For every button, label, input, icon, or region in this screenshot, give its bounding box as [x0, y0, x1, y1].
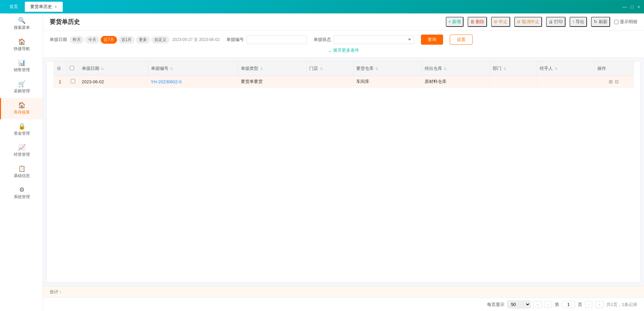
- stop-button[interactable]: ⊘ 中止: [491, 17, 510, 27]
- date-btn-today[interactable]: 今天: [85, 36, 99, 44]
- expand-more-btn[interactable]: ⌄ 展开更多条件: [50, 47, 637, 53]
- col-dept[interactable]: 部门 ⇅: [490, 61, 537, 76]
- show-detail-label: 显示明细: [620, 19, 637, 25]
- col-req-warehouse[interactable]: 要货仓库 ⇅: [353, 61, 422, 76]
- col-doc-date-label: 单据日期: [82, 66, 99, 71]
- column-settings-btn[interactable]: ⚙: [56, 65, 62, 72]
- expand-chevron-icon: ⌄: [328, 48, 332, 53]
- tab-close-icon[interactable]: ×: [54, 5, 57, 9]
- sidebar-item-purchase-mgmt[interactable]: 🛒 采购管理: [0, 77, 43, 98]
- cell-doc-type: 要货单要货: [238, 76, 307, 88]
- query-button[interactable]: 查询: [421, 35, 443, 45]
- total-info: 共1页，1条记录: [606, 302, 637, 308]
- sidebar-item-sales-mgmt[interactable]: 📊 销售管理: [0, 56, 43, 77]
- show-detail-check[interactable]: [614, 20, 619, 24]
- doc-date-label: 单据日期: [50, 37, 67, 43]
- sidebar-item-label: 库存核算: [14, 109, 30, 115]
- purchase-mgmt-icon: 🛒: [18, 81, 25, 87]
- col-operation-label: 操作: [597, 66, 606, 71]
- tab-current-label: 要货单历史: [30, 4, 52, 10]
- minimize-btn[interactable]: —: [623, 4, 627, 9]
- settings-button[interactable]: 设置: [450, 35, 473, 45]
- sidebar-item-quick-nav[interactable]: 🏠 快捷导航: [0, 35, 43, 56]
- page-suffix: 页: [578, 302, 582, 308]
- sidebar-item-finance[interactable]: 🔒 资金管理: [0, 119, 43, 140]
- date-btn-7days[interactable]: 近7天: [101, 36, 117, 44]
- sidebar-item-label: 快捷导航: [14, 46, 30, 52]
- last-page-btn[interactable]: »: [595, 301, 603, 308]
- sort-dept-icon: ⇅: [503, 67, 506, 71]
- sort-pending-warehouse-icon: ⇅: [444, 67, 446, 71]
- sidebar: 🔍 搜索菜单 🏠 快捷导航 📊 销售管理 🛒 采购管理 🏠 库存核算 🔒 资金管…: [0, 13, 43, 311]
- first-page-btn[interactable]: «: [533, 301, 542, 308]
- date-btn-more[interactable]: 更多: [136, 36, 150, 44]
- sidebar-item-label: 采购管理: [14, 88, 30, 94]
- per-page-label: 每页显示: [487, 302, 504, 308]
- doc-number-label: 单据编号: [226, 37, 244, 43]
- print-button[interactable]: 🖨 打印: [546, 17, 566, 27]
- sidebar-item-search-menu[interactable]: 🔍 搜索菜单: [0, 13, 43, 35]
- tab-current[interactable]: 要货单历史 ×: [25, 2, 63, 12]
- sys-mgmt-icon: ⚙: [19, 187, 24, 193]
- cell-pending-warehouse: 原材料仓库: [422, 76, 490, 88]
- per-page-select[interactable]: 20 50 100 200: [507, 301, 531, 308]
- col-doc-number[interactable]: 单据编号 ⇅: [148, 61, 238, 76]
- date-btn-yesterday[interactable]: 昨天: [70, 36, 84, 44]
- sidebar-item-sys-mgmt[interactable]: ⚙ 系统管理: [0, 183, 43, 204]
- select-all-checkbox[interactable]: [70, 66, 74, 70]
- date-options: 昨天 今天 近7天 近1月 更多 自定义: [70, 36, 169, 44]
- tab-home[interactable]: 首页: [4, 2, 23, 12]
- close-btn[interactable]: ×: [637, 4, 640, 9]
- doc-number-link[interactable]: YH-20230602-0: [151, 79, 182, 84]
- quick-nav-icon: 🏠: [18, 39, 25, 45]
- summary-label: 合计：: [50, 289, 63, 295]
- cancel-stop-button[interactable]: ⊘ 取消中止: [514, 17, 542, 27]
- delete-button[interactable]: 🗑 删除: [468, 17, 487, 27]
- page-header: 要货单历史 + 新增 🗑 删除 ⊘ 中止 ⊘ 取消中止 🖨 打印 ↑ 导出 ↻ …: [43, 13, 644, 31]
- data-table: ⚙ 单据日期 ⇅ 单据编号 ⇅: [53, 61, 634, 88]
- doc-number-input[interactable]: [247, 36, 307, 44]
- page-label: 第: [555, 302, 559, 308]
- col-pending-warehouse[interactable]: 待出仓库 ⇅: [422, 61, 490, 76]
- sidebar-item-label: 资金管理: [14, 131, 30, 136]
- sort-doc-type-icon: ⇅: [260, 67, 263, 71]
- col-handler[interactable]: 经手人 ⇅: [537, 61, 595, 76]
- sidebar-item-label: 搜索菜单: [14, 25, 30, 31]
- export-button[interactable]: ↑ 导出: [570, 17, 587, 27]
- sidebar-item-inventory[interactable]: 🏠 库存核算: [0, 98, 43, 119]
- window-controls: — □ ×: [623, 4, 640, 9]
- table-row: 1 2023-06-02 YH-20230602-0 要货单要货 车间库 原材料…: [53, 76, 634, 88]
- sort-handler-icon: ⇅: [555, 67, 557, 71]
- finance-icon: 🔒: [18, 123, 25, 129]
- show-detail-checkbox[interactable]: 显示明细: [614, 19, 637, 25]
- new-button[interactable]: + 新增: [446, 17, 464, 27]
- date-btn-1month[interactable]: 近1月: [118, 36, 135, 44]
- content-area: 要货单历史 + 新增 🗑 删除 ⊘ 中止 ⊘ 取消中止 🖨 打印 ↑ 导出 ↻ …: [43, 13, 644, 311]
- refresh-button[interactable]: ↻ 刷新: [591, 17, 610, 27]
- date-range-display: 2023-05-27 至 2023-06-02: [172, 37, 219, 43]
- col-doc-date[interactable]: 单据日期 ⇅: [79, 61, 148, 76]
- table-area: ⚙ 单据日期 ⇅ 单据编号 ⇅: [46, 61, 641, 282]
- row-num: 1: [53, 76, 67, 88]
- prev-page-btn[interactable]: ‹: [545, 301, 552, 308]
- doc-status-select[interactable]: 草稿 已确认 已中止: [334, 36, 414, 44]
- col-doc-type-label: 单据类型: [241, 66, 258, 71]
- col-doc-type[interactable]: 单据类型 ⇅: [238, 61, 307, 76]
- next-page-btn[interactable]: ›: [585, 301, 592, 308]
- more-icon[interactable]: ⊟: [615, 79, 619, 84]
- sidebar-item-label: 经营管理: [14, 152, 30, 158]
- cell-req-warehouse: 车间库: [353, 76, 422, 88]
- sidebar-item-basic-info[interactable]: 📋 基础信息: [0, 162, 43, 183]
- col-shop[interactable]: 门店 ⇅: [306, 61, 353, 76]
- col-pending-warehouse-label: 待出仓库: [425, 66, 442, 71]
- maximize-btn[interactable]: □: [631, 4, 634, 9]
- ops-mgmt-icon: 📈: [18, 144, 25, 150]
- sidebar-item-ops-mgmt[interactable]: 📈 经营管理: [0, 140, 43, 162]
- edit-icon[interactable]: ⊞: [609, 79, 613, 84]
- row-select-checkbox[interactable]: [71, 79, 75, 83]
- top-bar: 首页 要货单历史 × — □ ×: [0, 0, 644, 13]
- page-number-input[interactable]: [562, 301, 575, 308]
- sort-doc-date-icon: ⇅: [101, 67, 104, 71]
- date-btn-custom[interactable]: 自定义: [151, 36, 169, 44]
- cell-doc-date: 2023-06-02: [79, 76, 148, 88]
